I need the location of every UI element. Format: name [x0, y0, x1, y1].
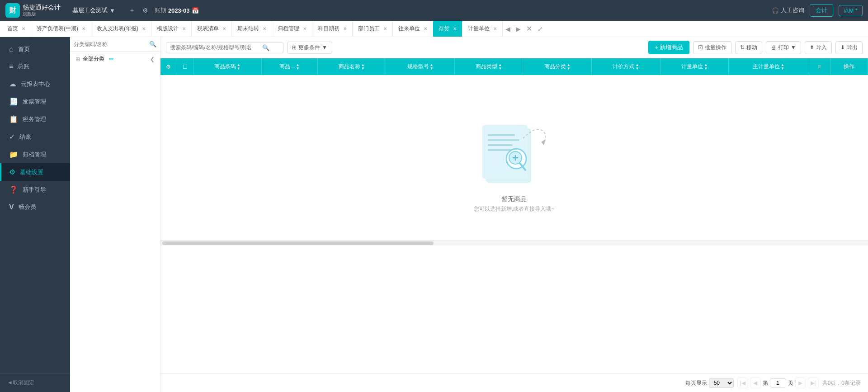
sidebar-item-guide[interactable]: ❓ 新手引导	[0, 181, 70, 198]
reports-icon: ☁	[9, 80, 16, 88]
th-main-unit[interactable]: 主计量单位 ▲▼	[729, 58, 808, 75]
tab-home-close[interactable]: ✕	[22, 26, 25, 31]
tab-expand-icon[interactable]: ⤢	[535, 25, 546, 33]
th-barcode[interactable]: 商品条码 ▲▼	[193, 58, 262, 75]
print-button[interactable]: 🖨 打印 ▼	[766, 41, 801, 54]
category-search-icon[interactable]: 🔍	[149, 41, 156, 47]
tab-inventory[interactable]: 存货 ✕	[433, 21, 462, 37]
th-name[interactable]: 商品名称 ▲▼	[317, 58, 386, 75]
sidebar-item-ledger[interactable]: ≡ 总账	[0, 58, 70, 75]
page-first-btn[interactable]: |◀	[737, 378, 748, 388]
tab-inventory-close[interactable]: ✕	[453, 26, 457, 31]
settings-icon[interactable]: ⚙	[141, 5, 150, 16]
page-next-btn[interactable]: ▶	[795, 378, 806, 388]
tab-partner-close[interactable]: ✕	[424, 26, 427, 31]
add-tab-icon[interactable]: ＋	[127, 5, 137, 16]
tab-next-icon[interactable]: ▶	[513, 25, 524, 33]
sidebar-item-settle[interactable]: ✓ 结账	[0, 128, 70, 146]
dropdown-icon: ▼	[109, 7, 115, 14]
sidebar-item-archive[interactable]: 📁 归档管理	[0, 146, 70, 163]
sidebar-member-label: 畅会员	[19, 203, 36, 211]
tab-unit-close[interactable]: ✕	[493, 26, 497, 31]
tab-close-all-icon[interactable]: ✕	[524, 24, 535, 33]
tab-period[interactable]: 期末结转 ✕	[232, 21, 272, 37]
tab-balance-close[interactable]: ✕	[82, 26, 85, 31]
company-selector[interactable]: 基层工会测试 ▼	[69, 5, 119, 16]
th-unit[interactable]: 计量单位 ▲▼	[660, 58, 729, 75]
tab-tax-close[interactable]: ✕	[222, 26, 226, 31]
tab-income-close[interactable]: ✕	[142, 26, 146, 31]
tab-balance[interactable]: 资产负债表(中期) ✕	[31, 21, 91, 37]
tab-template-close[interactable]: ✕	[182, 26, 186, 31]
tab-subject[interactable]: 科目期初 ✕	[312, 21, 353, 37]
export-button[interactable]: ⬇ 导出	[835, 41, 863, 54]
th-category[interactable]: 商品分类 ▲▼	[523, 58, 592, 75]
tab-home[interactable]: 首页 ✕	[2, 21, 31, 37]
sidebar-invoice-label: 发票管理	[23, 98, 46, 106]
service-button[interactable]: 🎧 人工咨询	[772, 6, 804, 14]
th-extra[interactable]: ≡	[808, 58, 830, 75]
sidebar-footer[interactable]: ◄取消固定	[0, 373, 70, 392]
tab-income-label: 收入支出表(年报)	[97, 25, 138, 33]
batch-icon: ☑	[698, 44, 703, 51]
tab-income[interactable]: 收入支出表(年报) ✕	[91, 21, 151, 37]
tab-dept[interactable]: 部门员工 ✕	[353, 21, 393, 37]
category-edit-icon[interactable]: ✏	[109, 56, 114, 62]
add-product-button[interactable]: + 新增商品	[648, 41, 689, 54]
more-filter-button[interactable]: ⊞ 更多条件 ▼	[287, 42, 332, 54]
th-spec[interactable]: 规格型号 ▲▼	[386, 58, 455, 75]
product-search-input[interactable]	[170, 44, 260, 51]
category-collapse-icon[interactable]: ❮	[150, 56, 155, 62]
tab-tax[interactable]: 税表清单 ✕	[192, 21, 232, 37]
sidebar-item-settings[interactable]: ⚙ 基础设置	[0, 163, 70, 181]
tab-partner-label: 往来单位	[398, 25, 420, 33]
calendar-icon[interactable]: 📅	[192, 7, 199, 14]
th-settings[interactable]: ⚙	[160, 58, 177, 75]
page-label: 第	[763, 379, 768, 387]
account-button[interactable]: 会计	[810, 4, 833, 17]
content-wrapper: 🔍 ⊞ 全部分类 ✏ ❮ 🔍 ⊞	[70, 37, 868, 392]
tab-subject-close[interactable]: ✕	[343, 26, 347, 31]
main-panel: 🔍 ⊞ 更多条件 ▼ + 新增商品 ☑ 批量操作	[160, 37, 868, 392]
page-last-btn[interactable]: ▶|	[808, 378, 819, 388]
print-icon: 🖨	[771, 44, 776, 51]
sidebar-home-label: 首页	[18, 45, 30, 53]
tab-archive[interactable]: 归档管理 ✕	[272, 21, 312, 37]
tab-archive-close[interactable]: ✕	[303, 26, 307, 31]
horizontal-scrollbar[interactable]	[162, 241, 434, 245]
sidebar-item-reports[interactable]: ☁ 云报表中心	[0, 75, 70, 93]
page-prev-btn[interactable]: ◀	[750, 378, 761, 388]
tab-period-label: 期末结转	[237, 25, 259, 33]
tab-period-close[interactable]: ✕	[263, 26, 266, 31]
tab-unit-label: 计量单位	[468, 25, 490, 33]
category-all[interactable]: ⊞ 全部分类 ✏ ❮	[70, 52, 160, 66]
tab-template[interactable]: 模版设计 ✕	[151, 21, 192, 37]
company-name: 基层工会测试	[72, 6, 108, 14]
th-checkbox[interactable]: ☐	[177, 58, 193, 75]
unpin-label: ◄取消固定	[7, 379, 34, 387]
sidebar-item-invoice[interactable]: 🧾 发票管理	[0, 93, 70, 110]
tab-unit[interactable]: 计量单位 ✕	[462, 21, 503, 37]
batch-button[interactable]: ☑ 批量操作	[693, 41, 731, 54]
per-page-select[interactable]: 50 100 200	[709, 378, 734, 388]
th-code[interactable]: 商品... ▲▼	[262, 58, 317, 75]
iam-badge[interactable]: iAM *	[839, 5, 863, 16]
category-all-label: 全部分类	[83, 55, 104, 63]
category-search-input[interactable]	[74, 41, 147, 47]
sidebar-item-home[interactable]: ⌂ 首页	[0, 41, 70, 58]
tab-prev-icon[interactable]: ◀	[503, 25, 513, 33]
tab-tax-label: 税表清单	[197, 25, 219, 33]
app-version: 旗舰版	[23, 11, 61, 17]
th-main-unit-label: 主计量单位	[753, 63, 780, 71]
tab-partner[interactable]: 往来单位 ✕	[393, 21, 433, 37]
move-button[interactable]: ⇅ 移动	[735, 41, 762, 54]
sidebar-item-member[interactable]: V 畅会员	[0, 198, 70, 216]
import-button[interactable]: ⬆ 导入	[805, 41, 832, 54]
page-input[interactable]	[770, 378, 786, 387]
th-type[interactable]: 商品类型 ▲▼	[454, 58, 523, 75]
sidebar-item-tax[interactable]: 📋 税务管理	[0, 110, 70, 128]
product-search-icon[interactable]: 🔍	[262, 44, 269, 51]
tab-dept-close[interactable]: ✕	[383, 26, 387, 31]
empty-title: 暂无商品	[501, 195, 527, 203]
th-price-method[interactable]: 计价方式 ▲▼	[592, 58, 660, 75]
